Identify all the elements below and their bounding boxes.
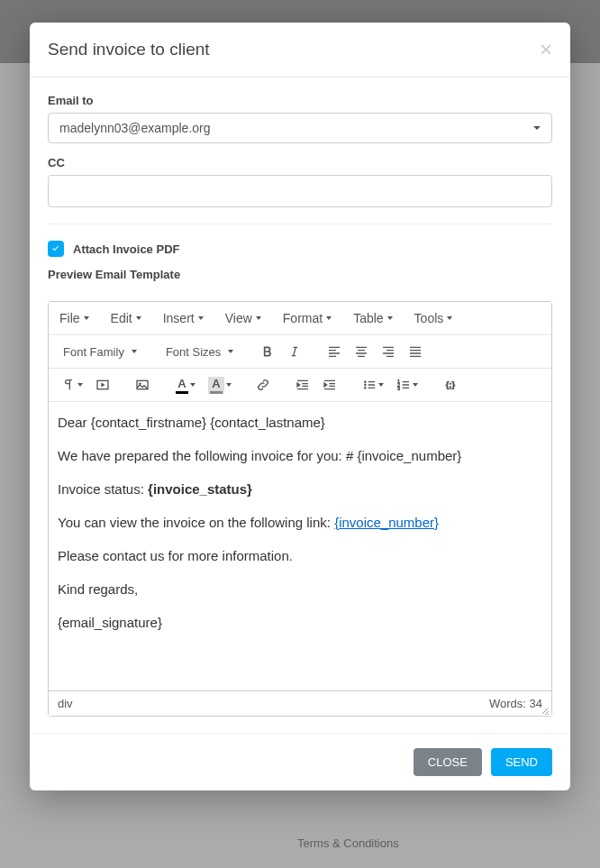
align-justify-button[interactable] (403, 339, 428, 364)
check-icon (50, 243, 61, 254)
close-button[interactable]: CLOSE (414, 748, 482, 776)
email-to-label: Email to (48, 94, 552, 107)
align-center-button[interactable] (349, 339, 374, 364)
link-button[interactable] (250, 372, 276, 397)
attach-pdf-label: Attach Invoice PDF (73, 242, 179, 256)
numbered-list-button[interactable]: 123 (391, 372, 423, 397)
text-color-button[interactable]: A (169, 372, 202, 397)
align-right-button[interactable] (376, 339, 401, 364)
send-invoice-modal: Send invoice to client × Email to madely… (30, 23, 570, 790)
body-line: Invoice status: {invoice_status} (58, 480, 542, 498)
font-size-select[interactable]: Font Sizes (159, 342, 241, 362)
email-to-dropdown[interactable]: madelynn03@example.org (48, 113, 552, 143)
modal-title: Send invoice to client (48, 40, 210, 59)
menu-edit[interactable]: Edit (107, 306, 145, 331)
word-count: Words: 34 (489, 697, 542, 710)
indent-button[interactable] (317, 372, 342, 397)
cc-label: CC (48, 156, 552, 169)
modal-footer: CLOSE SEND (30, 733, 570, 790)
font-family-select[interactable]: Font Family (56, 342, 144, 362)
invoice-link[interactable]: {invoice_number} (334, 515, 439, 530)
toolbar-row-1: Font Family Font Sizes (49, 335, 551, 369)
editor-statusbar: div Words: 34 (49, 690, 551, 716)
toolbar-row-2: A A 123 {;} (49, 369, 551, 402)
body-line: {email_signature} (58, 613, 542, 632)
menu-table[interactable]: Table (350, 306, 395, 331)
menu-bar: File Edit Insert View Format Table Tools (49, 302, 551, 335)
svg-point-4 (364, 384, 366, 386)
align-left-button[interactable] (322, 339, 347, 364)
outdent-button[interactable] (290, 372, 315, 397)
attach-pdf-checkbox[interactable] (48, 241, 64, 257)
media-button[interactable] (90, 372, 115, 397)
svg-text:3: 3 (397, 387, 400, 391)
modal-body: Email to madelynn03@example.org CC Attac… (30, 78, 570, 733)
resize-handle-icon[interactable] (541, 705, 550, 714)
element-path[interactable]: div (58, 697, 73, 710)
bold-button[interactable] (255, 339, 280, 364)
body-line: Kind regards, (58, 580, 542, 598)
body-line: Please contact us for more information. (58, 546, 542, 565)
close-icon[interactable]: × (540, 39, 552, 60)
menu-view[interactable]: View (222, 306, 265, 331)
email-to-value: madelynn03@example.org (59, 121, 211, 135)
paragraph-direction-button[interactable] (56, 372, 88, 397)
preview-template-link[interactable]: Preview Email Template (48, 268, 552, 281)
body-line: You can view the invoice on the followin… (58, 513, 542, 532)
modal-header: Send invoice to client × (30, 23, 570, 78)
body-line: We have prepared the following invoice f… (58, 446, 542, 465)
italic-button[interactable] (282, 339, 307, 364)
highlight-color-button[interactable]: A (204, 372, 236, 397)
image-button[interactable] (130, 372, 155, 397)
cc-input[interactable] (48, 175, 552, 207)
rich-text-editor: File Edit Insert View Format Table Tools… (48, 301, 552, 717)
menu-format[interactable]: Format (279, 306, 335, 331)
svg-point-5 (364, 387, 366, 388)
svg-point-3 (364, 381, 366, 383)
menu-tools[interactable]: Tools (411, 306, 457, 331)
svg-text:{;}: {;} (446, 380, 456, 389)
code-button[interactable]: {;} (438, 372, 463, 397)
menu-insert[interactable]: Insert (159, 306, 207, 331)
send-button[interactable]: SEND (491, 748, 552, 776)
bullet-list-button[interactable] (357, 372, 389, 397)
editor-body[interactable]: Dear {contact_firstname} {contact_lastna… (49, 402, 551, 690)
chevron-down-icon (533, 126, 541, 130)
menu-file[interactable]: File (56, 306, 93, 331)
body-line: Dear {contact_firstname} {contact_lastna… (58, 413, 542, 432)
